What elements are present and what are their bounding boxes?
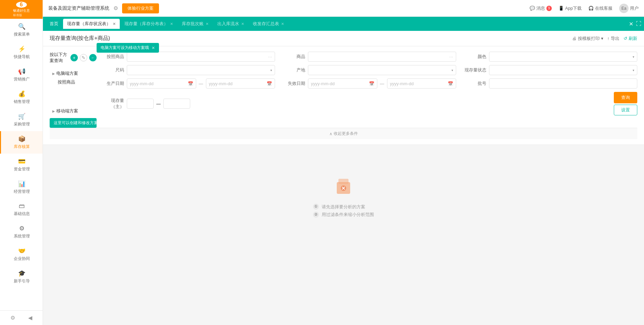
- origin-select[interactable]: ▾: [308, 65, 456, 75]
- stock-status-select[interactable]: ▾: [489, 65, 637, 75]
- close-tab-2-icon[interactable]: ✕: [206, 22, 209, 26]
- maximize-icon[interactable]: ⛶: [636, 21, 641, 27]
- empty-tips: ① 请先选择要分析的方案 ② 用过滤条件来缩小分析范围: [313, 203, 374, 219]
- dropdown-arrow-icon: ▾: [601, 36, 603, 41]
- notifications-group[interactable]: 💬 消息 9: [530, 5, 552, 11]
- color-select[interactable]: ▾: [489, 52, 637, 62]
- brand-text: 畅通好生意 标准版: [13, 8, 30, 17]
- stock-status-dropdown-icon: ▾: [633, 68, 634, 72]
- sidebar-item-corp[interactable]: 🤝 企业协同: [0, 243, 43, 266]
- sidebar: 6 畅通好生意 标准版 🔍 搜索菜单 ⚡ 快捷导航 📢 营销推广 💰 销售管理 …: [0, 0, 43, 325]
- close-all-tabs-icon[interactable]: ✕: [629, 21, 633, 27]
- sidebar-bottom: ⚙ ◀: [0, 310, 43, 325]
- tip-num-1: ①: [313, 204, 319, 210]
- tab-bar: 首页 现存量（库存状况表） ✕ 现存量（库存分布表） ✕ 库存批次账 ✕ 出入库…: [43, 17, 644, 31]
- collapse-sidebar-icon[interactable]: ◀: [28, 315, 32, 321]
- produce-date-end[interactable]: yyyy-mm-dd 📅: [206, 78, 275, 89]
- search-btn-group: 查询 设置: [614, 92, 637, 115]
- purchase-icon: 🛒: [18, 113, 25, 120]
- sidebar-item-system[interactable]: ⚙ 系统管理: [0, 221, 43, 243]
- expire-date-end[interactable]: yyyy-mm-dd 📅: [387, 78, 457, 89]
- produce-date-start[interactable]: yyyy-mm-dd 📅: [127, 78, 196, 89]
- warehouse-label: 按照商品: [101, 54, 124, 60]
- produce-date-range: yyyy-mm-dd 📅 — yyyy-mm-dd 📅: [127, 78, 275, 89]
- tab-summary[interactable]: 收发存汇总表 ✕: [249, 19, 288, 29]
- headset-icon: 🎧: [588, 6, 594, 11]
- online-support-group[interactable]: 🎧 在线客服: [588, 5, 612, 11]
- add-scheme-btn[interactable]: +: [70, 54, 78, 61]
- close-tab-0-icon[interactable]: ✕: [113, 22, 116, 26]
- close-tooltip1-icon[interactable]: ✕: [152, 46, 155, 50]
- edit-scheme-btn[interactable]: ✎: [80, 54, 87, 61]
- filter-left: 按以下方案查询 + ✎ ← 电脑方案可设为移动方案哦 ✕: [50, 52, 97, 128]
- qty-max-input[interactable]: [163, 99, 190, 109]
- tab-inventory-dist[interactable]: 现存量（库存分布表） ✕: [120, 19, 177, 29]
- tab-home[interactable]: 首页: [46, 19, 62, 29]
- back-scheme-btn[interactable]: ←: [89, 54, 97, 61]
- desktop-scheme-group[interactable]: ▶ 电脑端方案: [50, 69, 97, 78]
- mobile-icon: 📱: [558, 6, 564, 11]
- qty-min-input[interactable]: [127, 99, 154, 109]
- inventory-icon: 📦: [18, 135, 25, 143]
- close-tab-4-icon[interactable]: ✕: [281, 22, 284, 26]
- filter-icons: + ✎ ←: [70, 54, 97, 61]
- export-btn[interactable]: ↑ 导出: [607, 36, 620, 42]
- qty-range: —: [127, 99, 190, 109]
- sidebar-item-search[interactable]: 🔍 搜索菜单: [0, 19, 43, 41]
- sidebar-item-inventory[interactable]: 📦 库存核算: [0, 131, 43, 154]
- sidebar-item-ops[interactable]: 📊 经营管理: [0, 176, 43, 199]
- size-select[interactable]: ▾: [127, 65, 275, 75]
- mobile-scheme-group[interactable]: ▶ 移动端方案: [50, 107, 97, 115]
- filter-stock-status: 现存量状态 ▾: [463, 65, 637, 75]
- empty-state: ① 请先选择要分析的方案 ② 用过滤条件来缩小分析范围: [313, 172, 374, 219]
- header-settings-icon[interactable]: ⚙: [113, 5, 118, 11]
- guide-icon: 🎓: [18, 270, 25, 277]
- goods-dots-icon[interactable]: ···: [449, 54, 453, 59]
- sidebar-item-marketing[interactable]: 📢 营销推广: [0, 64, 43, 86]
- collapse-more-btn[interactable]: ∧ 收起更多条件: [50, 128, 637, 139]
- page-actions: 🖨 按模板打印 ▾ ↑ 导出 ↺ 刷新: [572, 36, 638, 42]
- app-download-group[interactable]: 📱 App下载: [558, 5, 582, 11]
- close-tooltip2-icon[interactable]: ✕: [105, 121, 108, 125]
- filter-warehouse: 按照商品 ···: [101, 52, 275, 62]
- settings-bottom-icon[interactable]: ⚙: [10, 315, 15, 321]
- tab-in-out-flow[interactable]: 出入库流水 ✕: [213, 19, 248, 29]
- expire-date-label: 失效日期: [282, 80, 305, 87]
- sidebar-item-quick[interactable]: ⚡ 快捷导航: [0, 41, 43, 64]
- warehouse-select[interactable]: ···: [127, 52, 275, 62]
- produce-date-label: 生产日期: [101, 80, 124, 87]
- sidebar-item-sales[interactable]: 💰 销售管理: [0, 86, 43, 109]
- query-button[interactable]: 查询: [614, 92, 637, 103]
- sidebar-item-guide[interactable]: 🎓 新手引导: [0, 266, 43, 288]
- tab-inventory-status[interactable]: 现存量（库存状况表） ✕: [63, 19, 120, 29]
- content-area: ① 请先选择要分析的方案 ② 用过滤条件来缩小分析范围: [43, 145, 644, 246]
- sidebar-item-finance[interactable]: 💳 资金管理: [0, 154, 43, 176]
- user-group[interactable]: Ea 用户: [619, 4, 639, 13]
- refresh-btn[interactable]: ↺ 刷新: [624, 36, 637, 42]
- page-content: 现存量查询(按仓库+商品) 🖨 按模板打印 ▾ ↑ 导出 ↺ 刷新: [43, 31, 644, 325]
- tab-bar-right: ✕ ⛶: [629, 21, 641, 27]
- calendar-start-icon: 📅: [188, 81, 193, 86]
- tooltip-create-scheme: 这里可以创建和修改方案哦 ✕: [50, 118, 97, 128]
- filter-wrapper: 按以下方案查询 + ✎ ← 电脑方案可设为移动方案哦 ✕: [50, 52, 637, 128]
- print-btn[interactable]: 🖨 按模板打印 ▾: [572, 36, 603, 42]
- experience-btn[interactable]: 体验行业方案: [122, 3, 159, 13]
- filter-size: 尺码 ▾: [101, 65, 275, 75]
- close-tab-1-icon[interactable]: ✕: [170, 22, 173, 26]
- desktop-scheme-item[interactable]: 按照商品: [50, 78, 97, 87]
- sidebar-item-purchase[interactable]: 🛒 采购管理: [0, 109, 43, 131]
- sidebar-item-base[interactable]: 🗃 基础信息: [0, 199, 43, 221]
- batch-input[interactable]: [489, 78, 637, 89]
- tip-item-2: ② 用过滤条件来缩小分析范围: [313, 211, 374, 218]
- goods-select[interactable]: ···: [308, 52, 456, 62]
- reset-button[interactable]: 设置: [614, 105, 637, 115]
- tab-batch-ledger[interactable]: 库存批次账 ✕: [178, 19, 213, 29]
- close-tab-3-icon[interactable]: ✕: [241, 22, 244, 26]
- expand-arrow-icon: ▶: [52, 72, 55, 75]
- header-left: 装备及固定资产辅助管理系统 ⚙ 体验行业方案: [48, 3, 159, 13]
- color-dropdown-icon: ▾: [633, 55, 634, 59]
- origin-dropdown-icon: ▾: [451, 68, 453, 72]
- app-header: 装备及固定资产辅助管理系统 ⚙ 体验行业方案 💬 消息 9 📱 App下载 🎧 …: [43, 0, 644, 17]
- warehouse-dots-icon[interactable]: ···: [268, 54, 272, 59]
- expire-date-start[interactable]: yyyy-mm-dd 📅: [308, 78, 377, 89]
